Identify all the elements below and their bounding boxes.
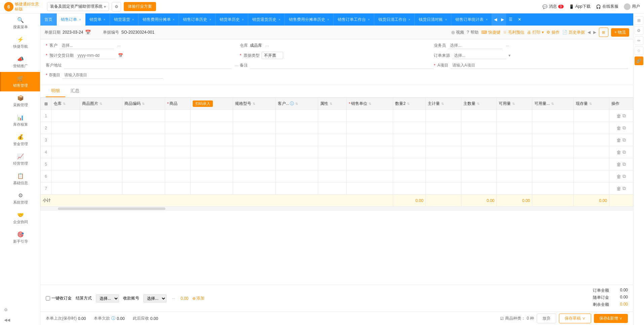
row-customer-attr[interactable]: [275, 134, 318, 146]
row-customer-attr[interactable]: [275, 146, 318, 158]
sidebar-item-enterprise[interactable]: 🤝 企业协同: [0, 208, 40, 228]
row-customer-attr[interactable]: [275, 122, 318, 134]
row-main-unit[interactable]: [425, 158, 461, 170]
collection-account-select[interactable]: 选择...: [143, 294, 166, 302]
user-menu[interactable]: 用户: [624, 3, 640, 10]
row-main-unit[interactable]: [425, 170, 461, 182]
row-product[interactable]: [165, 134, 190, 146]
row-main-unit[interactable]: [425, 134, 461, 146]
delete-icon[interactable]: 🗑: [616, 186, 621, 191]
col-settings[interactable]: ⊞: [41, 98, 51, 110]
sort-icon[interactable]: ⇅: [589, 102, 592, 106]
a-project-input[interactable]: [450, 62, 628, 69]
scroll-thumb[interactable]: [58, 207, 165, 210]
row-spec[interactable]: [233, 122, 276, 134]
row-product[interactable]: [165, 146, 190, 158]
row-spec[interactable]: [233, 158, 276, 170]
row-main-qty[interactable]: [461, 110, 497, 122]
row-product-code[interactable]: [122, 122, 165, 134]
payment-method-select[interactable]: 选择...: [96, 294, 119, 302]
sort-icon[interactable]: ⇅: [369, 102, 371, 106]
right-tool-1[interactable]: ⊞: [635, 16, 643, 25]
print-btn[interactable]: 🖨 打印 ▾: [527, 30, 544, 35]
sidebar-item-search[interactable]: 🔍 搜索菜单: [0, 13, 40, 33]
tab-sales-invoice[interactable]: 销货单 ×: [85, 13, 110, 26]
tab-summary[interactable]: 汇总: [65, 85, 85, 97]
operation-btn[interactable]: ⚙ 操作: [546, 30, 560, 35]
row-main-qty[interactable]: [461, 122, 497, 134]
sort-icon[interactable]: ⇅: [63, 102, 66, 106]
tab-next-arrow[interactable]: ▶: [499, 13, 506, 26]
salesperson-more-icon[interactable]: ···: [504, 43, 510, 48]
online-service-button[interactable]: 🎧 在线客服: [596, 4, 618, 9]
message-button[interactable]: 💬 消息 9: [542, 4, 564, 9]
sort-icon[interactable]: ⇅: [441, 102, 444, 106]
sort-icon[interactable]: ⇅: [551, 102, 554, 106]
right-tool-4[interactable]: ☆: [635, 46, 643, 55]
row-main-qty[interactable]: [461, 146, 497, 158]
right-tool-3[interactable]: ✏: [635, 36, 643, 45]
row-warehouse[interactable]: [51, 110, 80, 122]
info-icon[interactable]: ⓘ: [111, 316, 115, 321]
save-new-button[interactable]: 保存&新增 ∨: [594, 314, 628, 323]
row-qty2[interactable]: [393, 158, 426, 170]
profit-btn[interactable]: ☆ 毛利预估: [503, 30, 524, 35]
row-main-qty[interactable]: [461, 182, 497, 195]
delete-icon[interactable]: 🗑: [616, 150, 621, 155]
delivery-date-input[interactable]: [76, 52, 116, 59]
row-qty2[interactable]: [393, 146, 426, 158]
close-icon[interactable]: ×: [327, 18, 329, 22]
row-product[interactable]: [165, 158, 190, 170]
warehouse-more-icon[interactable]: ···: [264, 43, 270, 48]
sort-icon[interactable]: ⇅: [407, 102, 410, 106]
row-warehouse[interactable]: [51, 134, 80, 146]
sort-icon[interactable]: ⇅: [295, 102, 298, 106]
row-main-unit[interactable]: [425, 146, 461, 158]
tab-order-workbench[interactable]: 销售订单工作台 ×: [334, 13, 374, 26]
tab-order-history[interactable]: 销售订单历史 ×: [179, 13, 216, 26]
close-icon[interactable]: ×: [173, 18, 175, 22]
salesperson-input[interactable]: [448, 42, 502, 49]
one-click-input[interactable]: [46, 296, 50, 300]
row-product-code[interactable]: [122, 146, 165, 158]
delete-icon[interactable]: 🗑: [616, 113, 621, 119]
row-customer-attr[interactable]: [275, 158, 318, 170]
row-spec[interactable]: [233, 110, 276, 122]
row-product-code[interactable]: [122, 182, 165, 195]
sort-icon[interactable]: ⇅: [330, 102, 332, 106]
sidebar-item-operations[interactable]: 📈 经营管理: [0, 150, 40, 169]
delete-icon[interactable]: 🗑: [616, 125, 621, 131]
discard-button[interactable]: 放弃: [537, 314, 556, 323]
nav-left-icon[interactable]: ◀: [588, 30, 591, 35]
sort-icon[interactable]: ⇅: [100, 102, 102, 106]
view-video-btn[interactable]: ◎ 视频: [451, 30, 464, 35]
right-tool-2[interactable]: ⚙: [635, 26, 643, 35]
copy-icon[interactable]: ⧉: [622, 125, 626, 131]
order-source-dropdown[interactable]: ▾: [508, 53, 510, 58]
row-product[interactable]: [165, 122, 190, 134]
close-icon[interactable]: ×: [104, 18, 106, 22]
tab-return-history[interactable]: 销货退货历史 ×: [248, 13, 285, 26]
print-chevron[interactable]: ▾: [542, 30, 544, 35]
close-icon[interactable]: ×: [445, 18, 447, 22]
row-warehouse[interactable]: [51, 182, 80, 195]
row-attribute[interactable]: [318, 134, 347, 146]
row-product[interactable]: [165, 182, 190, 195]
row-main-qty[interactable]: [461, 170, 497, 182]
invoice-select[interactable]: 不开票: [262, 52, 283, 59]
tab-menu[interactable]: ☰: [506, 13, 515, 26]
sidebar-settings-btn[interactable]: ⚙: [0, 305, 40, 315]
sidebar-item-inventory[interactable]: 📊 库存核算: [0, 111, 40, 130]
sidebar-item-purchase[interactable]: 📦 采购管理: [0, 91, 40, 111]
tab-prev-arrow[interactable]: ◀: [492, 13, 499, 26]
copy-icon[interactable]: ⧉: [622, 137, 626, 143]
row-attribute[interactable]: [318, 110, 347, 122]
tab-stats[interactable]: 销售订单统计表 ×: [451, 13, 492, 26]
row-sales-unit[interactable]: [347, 122, 393, 134]
row-spec[interactable]: [233, 134, 276, 146]
app-download-button[interactable]: 📱 App下载: [569, 4, 591, 9]
row-main-unit[interactable]: [425, 122, 461, 134]
tab-home[interactable]: 首页: [40, 13, 57, 26]
close-icon[interactable]: ×: [132, 18, 134, 22]
tab-daily-reconcile[interactable]: 钱货日清对账 ×: [415, 13, 451, 26]
